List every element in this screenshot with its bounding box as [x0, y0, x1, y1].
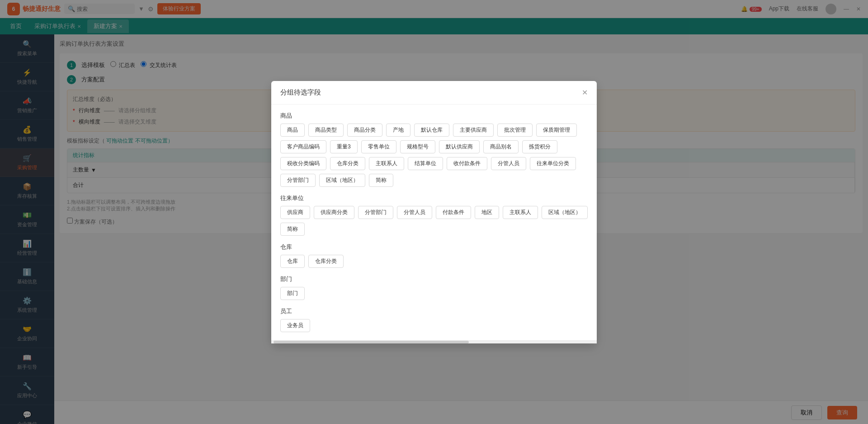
field-tag-1-7[interactable]: 区域（地区） [542, 206, 588, 219]
field-tag-0-16[interactable]: 仓库分类 [330, 157, 365, 170]
field-group-1: 往来单位供应商供应商分类分管部门分管人员付款条件地区主联系人区域（地区）简称 [280, 194, 588, 236]
field-tag-0-19[interactable]: 收付款条件 [447, 157, 487, 170]
field-tag-1-1[interactable]: 供应商分类 [314, 206, 354, 219]
field-tag-0-7[interactable]: 保质期管理 [536, 124, 577, 137]
field-tags-1: 供应商供应商分类分管部门分管人员付款条件地区主联系人区域（地区）简称 [280, 206, 588, 236]
field-tag-0-11[interactable]: 规格型号 [400, 140, 435, 153]
field-tag-0-18[interactable]: 结算单位 [408, 157, 443, 170]
field-tag-0-12[interactable]: 默认供应商 [439, 140, 480, 153]
field-tag-1-5[interactable]: 地区 [475, 206, 499, 219]
field-group-title-1: 往来单位 [280, 194, 588, 202]
field-tag-1-0[interactable]: 供应商 [280, 206, 310, 219]
field-tag-0-17[interactable]: 主联系人 [369, 157, 404, 170]
field-tag-0-13[interactable]: 商品别名 [483, 140, 519, 153]
field-tag-0-3[interactable]: 产地 [386, 124, 410, 137]
field-tags-0: 商品商品类型商品分类产地默认仓库主要供应商批次管理保质期管理客户商品编码重量3零… [280, 124, 588, 187]
field-tag-0-24[interactable]: 简称 [369, 174, 393, 187]
field-tag-0-6[interactable]: 批次管理 [497, 124, 533, 137]
field-tag-0-1[interactable]: 商品类型 [308, 124, 344, 137]
field-tag-0-8[interactable]: 客户商品编码 [280, 140, 326, 153]
field-tag-0-15[interactable]: 税收分类编码 [280, 157, 326, 170]
field-tag-3-0[interactable]: 部门 [280, 287, 305, 300]
modal-title: 分组待选字段 [280, 88, 321, 97]
field-group-title-2: 仓库 [280, 243, 588, 251]
field-tags-3: 部门 [280, 287, 588, 300]
field-tag-0-20[interactable]: 分管人员 [491, 157, 526, 170]
modal-header: 分组待选字段 ✕ [271, 81, 597, 105]
field-tag-2-1[interactable]: 仓库分类 [308, 255, 344, 268]
field-tag-0-0[interactable]: 商品 [280, 124, 305, 137]
field-tag-0-10[interactable]: 零售单位 [361, 140, 396, 153]
field-group-title-4: 员工 [280, 307, 588, 315]
field-tag-0-9[interactable]: 重量3 [330, 140, 358, 153]
field-tag-0-21[interactable]: 往来单位分类 [530, 157, 576, 170]
field-group-0: 商品商品商品类型商品分类产地默认仓库主要供应商批次管理保质期管理客户商品编码重量… [280, 112, 588, 187]
field-tag-4-0[interactable]: 业务员 [280, 319, 310, 332]
field-tag-1-3[interactable]: 分管人员 [397, 206, 432, 219]
field-tags-2: 仓库仓库分类 [280, 255, 588, 268]
modal-body: 商品商品商品类型商品分类产地默认仓库主要供应商批次管理保质期管理客户商品编码重量… [271, 105, 597, 340]
modal-scroll-bar [271, 340, 597, 343]
field-tag-0-14[interactable]: 拣货积分 [522, 140, 557, 153]
field-tags-4: 业务员 [280, 319, 588, 332]
field-tag-0-2[interactable]: 商品分类 [347, 124, 382, 137]
field-tag-1-4[interactable]: 付款条件 [436, 206, 471, 219]
modal-dialog: 分组待选字段 ✕ 商品商品商品类型商品分类产地默认仓库主要供应商批次管理保质期管… [271, 81, 597, 343]
modal-overlay: 分组待选字段 ✕ 商品商品商品类型商品分类产地默认仓库主要供应商批次管理保质期管… [0, 0, 868, 424]
field-group-2: 仓库仓库仓库分类 [280, 243, 588, 268]
field-tag-0-22[interactable]: 分管部门 [280, 174, 316, 187]
field-group-4: 员工业务员 [280, 307, 588, 332]
field-tag-0-23[interactable]: 区域（地区） [319, 174, 365, 187]
field-group-title-3: 部门 [280, 275, 588, 283]
modal-close-button[interactable]: ✕ [582, 88, 588, 97]
field-tag-1-8[interactable]: 简称 [280, 223, 305, 236]
field-tag-2-0[interactable]: 仓库 [280, 255, 305, 268]
field-tag-1-6[interactable]: 主联系人 [503, 206, 538, 219]
field-tag-1-2[interactable]: 分管部门 [358, 206, 393, 219]
field-group-title-0: 商品 [280, 112, 588, 120]
field-group-3: 部门部门 [280, 275, 588, 300]
field-tag-0-5[interactable]: 主要供应商 [453, 124, 494, 137]
field-tag-0-4[interactable]: 默认仓库 [414, 124, 449, 137]
